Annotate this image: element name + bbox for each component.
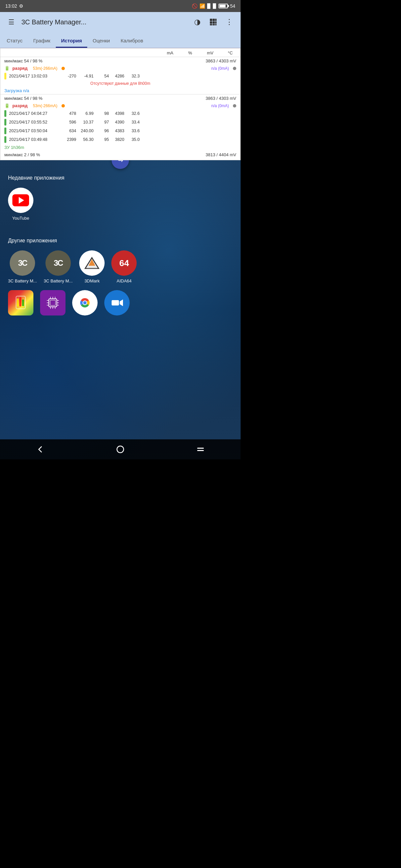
data-row-2: 2021/04/17 04:04:27 478 6.99 98 4398 32.…: [0, 109, 240, 118]
svg-rect-15: [22, 300, 24, 306]
bar-green-1: [4, 110, 6, 117]
3c2-label: 3C Battery M...: [44, 278, 73, 283]
svg-rect-2: [215, 19, 217, 21]
svg-point-34: [83, 301, 87, 305]
missing-data-notice: Отсутствуют данные для 8h00m: [0, 81, 240, 87]
svg-rect-17: [50, 300, 55, 306]
tabs-bar: Статус График История Оценки Калибров: [0, 32, 240, 48]
other-apps-row2: [8, 290, 233, 318]
na-info-2: n/a (0mA): [211, 103, 229, 108]
app-item-beer[interactable]: [8, 290, 33, 318]
app-item-3c2[interactable]: 3C 3C Battery M...: [44, 250, 73, 283]
svg-marker-36: [120, 300, 123, 306]
status-left: 13:02 ⚙: [5, 3, 23, 9]
svg-rect-7: [212, 24, 215, 25]
time-display: 13:02: [5, 3, 17, 9]
menu-button[interactable]: ☰: [5, 16, 18, 28]
bar-green-4: [4, 136, 6, 143]
svg-rect-0: [210, 19, 212, 21]
app-item-chrome[interactable]: [72, 290, 97, 318]
other-apps-section: Другие приложения 3C 3C Battery M... 3C …: [0, 232, 240, 321]
svg-rect-39: [197, 450, 204, 451]
3c1-label: 3C Battery M...: [8, 278, 37, 283]
data-row-3: 2021/04/17 03:55:52 596 10.37 97 4390 33…: [0, 118, 240, 127]
more-icon: ⋮: [226, 18, 233, 26]
header-mv: mV: [204, 51, 216, 55]
battery-icon: [219, 4, 228, 8]
wifi-icon: 📶: [200, 3, 205, 9]
grey-dot-2: [233, 104, 236, 107]
tab-chart[interactable]: График: [28, 34, 55, 48]
yt-play-button: [12, 194, 29, 206]
fab-icon: ↪: [118, 160, 123, 164]
data-row-5: 2021/04/17 03:49:48 2399 56.30 95 3820 3…: [0, 135, 240, 144]
chart-icon: ◑: [194, 18, 200, 26]
more-button[interactable]: ⋮: [223, 16, 235, 28]
discharge-label-1: разряд: [12, 66, 27, 71]
svg-rect-8: [215, 24, 217, 25]
home-icon: [116, 445, 125, 454]
discharge-stats-2: 53m(-266mA): [33, 103, 57, 108]
back-button[interactable]: [30, 439, 50, 459]
status-right: 🚫 📶 ▉ ▉ 54: [192, 3, 235, 9]
recents-icon: [196, 445, 205, 454]
app-item-video[interactable]: [104, 290, 130, 318]
hamburger-icon: ☰: [8, 18, 15, 26]
na-info-1: n/a (0mA): [211, 66, 229, 71]
battery-fill: [220, 5, 226, 7]
other-apps-row1: 3C 3C Battery M... 3C 3C Battery M... 3D…: [8, 250, 233, 283]
bar-green-3: [4, 127, 6, 134]
tab-history[interactable]: История: [56, 34, 88, 48]
orange-dot: [61, 67, 65, 70]
app-bar: ☰ 3C Battery Manager... ◑ ⋮: [0, 12, 240, 32]
signal-icon2: ▉: [213, 3, 217, 9]
chart-button[interactable]: ◑: [191, 16, 203, 28]
app-item-cpu[interactable]: [40, 290, 65, 318]
recent-apps-section: Недавние приложения YouTube: [0, 160, 240, 224]
grey-dot-1: [233, 67, 236, 70]
load-section-label: Загрузка n/a: [0, 87, 240, 94]
settings-icon: ⚙: [19, 3, 23, 9]
tab-ratings[interactable]: Оценки: [87, 34, 115, 48]
youtube-label: YouTube: [12, 216, 29, 221]
3c-battery-icon-1: 3C: [10, 250, 35, 276]
data-row-4: 2021/04/17 03:50:04 634 240.00 96 4383 3…: [0, 127, 240, 135]
recent-apps-row: YouTube: [8, 188, 233, 221]
youtube-icon: [8, 188, 33, 213]
recent-apps-heading: Недавние приложения: [8, 175, 233, 181]
bar-yellow: [4, 73, 6, 80]
app-item-youtube[interactable]: YouTube: [8, 188, 33, 221]
grid-button[interactable]: [207, 16, 219, 28]
app-item-3dmark[interactable]: 3DMark: [79, 250, 105, 283]
discharge-label-2: разряд: [12, 103, 27, 108]
bottom-navigation: [0, 439, 240, 459]
tab-status[interactable]: Статус: [1, 34, 28, 48]
discharge-row-2: 🔋 разряд 53m(-266mA) n/a (0mA): [0, 102, 240, 109]
aida64-icon: 64: [111, 250, 137, 276]
other-apps-heading: Другие приложения: [8, 238, 233, 244]
yt-triangle: [19, 197, 24, 204]
svg-rect-3: [210, 21, 212, 24]
app-item-aida64[interactable]: 64 AIDA64: [111, 250, 137, 283]
section1-minmax: мин/макс 54 / 98 % 3863 / 4303 mV: [0, 57, 240, 65]
video-icon: [104, 290, 130, 315]
orange-dot-2: [61, 104, 65, 107]
3c-battery-icon-2: 3C: [46, 250, 71, 276]
launcher-area: ↪ Недавние приложения YouTube Другие при…: [0, 160, 240, 459]
svg-rect-6: [210, 24, 212, 25]
app-item-3c1[interactable]: 3C 3C Battery M...: [8, 250, 37, 283]
chrome-icon: [72, 290, 97, 315]
panel-header: mA % mV °C: [0, 49, 240, 57]
signal-icon1: ▉: [207, 3, 211, 9]
charge-section-label: ЗУ 1h36m: [0, 144, 240, 151]
header-ma: mA: [164, 51, 176, 55]
battery-panel: mA % mV °C мин/макс 54 / 98 % 3863 / 430…: [0, 48, 240, 160]
tab-calibration[interactable]: Калибров: [115, 34, 148, 48]
recents-button[interactable]: [191, 439, 210, 459]
back-icon: [35, 445, 45, 454]
home-button[interactable]: [110, 439, 130, 459]
discharge-row-1: 🔋 разряд 53m(-266mA) n/a (0mA): [0, 65, 240, 72]
svg-rect-13: [17, 299, 19, 307]
grid-icon: [209, 18, 217, 26]
bar-green-2: [4, 119, 6, 126]
